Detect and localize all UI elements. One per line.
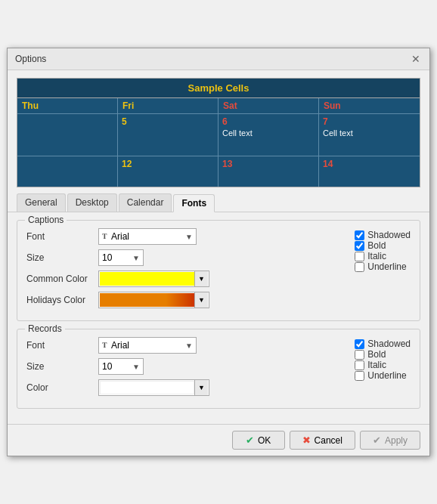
captions-holidays-color-swatch-wrapper[interactable]: ▼ [98,292,209,308]
cell-num-14: 14 [323,159,416,169]
captions-bold-label: Bold [367,240,386,251]
records-size-value: 10 [102,361,112,372]
tab-general[interactable]: General [17,193,66,212]
captions-underline-checkbox[interactable] [355,262,364,272]
captions-font-dropdown[interactable]: 𝐓 Arial ▼ [98,228,197,245]
cell-num-13: 13 [222,159,315,169]
cell-sun-1: 7 Cell text [319,114,420,156]
day-fri: Fri [118,98,218,113]
captions-size-dropdown[interactable]: 10 ▼ [98,249,144,266]
captions-size-label: Size [26,252,98,263]
close-button[interactable]: ✕ [410,53,422,65]
captions-common-color-row: Common Color ▼ [26,271,339,287]
captions-italic-checkbox[interactable] [355,252,364,261]
captions-holidays-color-swatch [100,293,194,307]
records-color-swatch [100,381,194,394]
captions-shadowed-row: Shadowed [355,230,411,240]
records-size-label: Size [26,361,98,372]
captions-underline-row: Underline [355,261,411,272]
cancel-button[interactable]: ✖ Cancel [290,431,355,450]
apply-button[interactable]: ✔ Apply [360,431,420,450]
captions-font-label: Font [26,231,98,242]
records-size-dropdown[interactable]: 10 ▼ [98,358,144,375]
captions-section: Captions Font 𝐓 Arial ▼ Size [17,220,420,321]
records-italic-label: Italic [367,360,386,370]
ok-button[interactable]: ✔ OK [232,431,285,450]
cell-sat-2: 13 [218,156,319,187]
dropdown-arrow-icon: ▼ [185,342,193,350]
day-sat: Sat [218,98,319,113]
cell-text-sun: Cell text [323,128,416,138]
cell-sat-1: 6 Cell text [218,114,319,156]
records-shadowed-label: Shadowed [367,339,411,349]
color-dropdown-arrow[interactable]: ▼ [194,271,208,286]
records-shadowed-checkbox[interactable] [355,339,364,349]
records-italic-checkbox[interactable] [355,360,364,370]
records-grid: Font 𝐓 Arial ▼ Size 10 ▼ [26,337,411,400]
records-underline-label: Underline [367,370,406,381]
color-dropdown-arrow[interactable]: ▼ [194,380,208,395]
records-checkboxes: Shadowed Bold Italic Underline [355,337,411,400]
tab-calendar[interactable]: Calendar [119,193,172,212]
records-font-row: Font 𝐓 Arial ▼ [26,337,339,354]
captions-section-label: Captions [25,215,67,225]
captions-holidays-color-row: Holidays Color ▼ [26,292,339,308]
captions-shadowed-checkbox[interactable] [355,230,364,240]
records-font-dropdown[interactable]: 𝐓 Arial ▼ [98,337,197,354]
captions-italic-label: Italic [367,251,386,261]
records-italic-row: Italic [355,360,411,370]
captions-common-color-label: Common Color [26,274,98,284]
records-bold-row: Bold [355,349,411,360]
cell-thu-1 [17,114,118,156]
options-dialog: Options ✕ Sample Cells Thu Fri Sat Sun 5… [7,48,430,456]
cell-fri-2: 12 [118,156,218,187]
records-shadowed-row: Shadowed [355,339,411,349]
dropdown-arrow-icon: ▼ [132,363,140,371]
records-font-label: Font [26,340,98,351]
captions-underline-label: Underline [367,261,406,272]
captions-bold-checkbox[interactable] [355,241,364,251]
calendar-row-1: 5 6 Cell text 7 Cell text [17,114,420,156]
records-font-value: Arial [111,340,129,351]
cell-num-sat: 6 [222,116,315,127]
font-icon: 𝐓 [102,341,107,350]
captions-font-value: Arial [111,231,129,242]
captions-size-row: Size 10 ▼ [26,249,339,266]
records-bold-checkbox[interactable] [355,350,364,360]
records-bold-label: Bold [367,349,386,360]
preview-header: Sample Cells [17,79,420,98]
captions-font-row: Font 𝐓 Arial ▼ [26,228,339,245]
tab-content: Captions Font 𝐓 Arial ▼ Size [8,212,429,424]
captions-italic-row: Italic [355,251,411,261]
calendar-row-2: 12 13 14 [17,156,420,187]
dropdown-arrow-icon: ▼ [132,254,140,262]
captions-common-color-swatch-wrapper[interactable]: ▼ [98,271,209,287]
records-color-swatch-wrapper[interactable]: ▼ [98,379,209,396]
captions-common-color-swatch [100,272,194,286]
records-section: Records Font 𝐓 Arial ▼ Size [17,329,420,409]
captions-checkboxes: Shadowed Bold Italic Underline [355,228,411,313]
ok-icon: ✔ [246,434,254,446]
captions-holidays-color-label: Holidays Color [26,295,98,305]
dropdown-arrow-icon: ▼ [185,233,193,241]
day-thu: Thu [17,98,118,113]
preview-area: Sample Cells Thu Fri Sat Sun 5 6 Cell te… [17,78,420,187]
cell-num: 5 [122,116,214,127]
cell-text-sat: Cell text [222,128,315,138]
records-color-row: Color ▼ [26,379,339,396]
records-underline-row: Underline [355,370,411,381]
records-left: Font 𝐓 Arial ▼ Size 10 ▼ [26,337,339,400]
records-underline-checkbox[interactable] [355,371,364,381]
color-dropdown-arrow[interactable]: ▼ [194,292,208,308]
apply-label: Apply [385,435,408,446]
apply-icon: ✔ [373,434,381,446]
records-size-row: Size 10 ▼ [26,358,339,375]
calendar-preview: Sample Cells Thu Fri Sat Sun 5 6 Cell te… [17,79,420,187]
tab-desktop[interactable]: Desktop [67,193,117,212]
captions-grid: Font 𝐓 Arial ▼ Size 10 ▼ [26,228,411,313]
cell-thu-2 [17,156,118,187]
captions-bold-row: Bold [355,240,411,251]
dialog-title: Options [15,54,46,64]
tab-fonts[interactable]: Fonts [173,194,215,212]
font-icon: 𝐓 [102,232,107,241]
